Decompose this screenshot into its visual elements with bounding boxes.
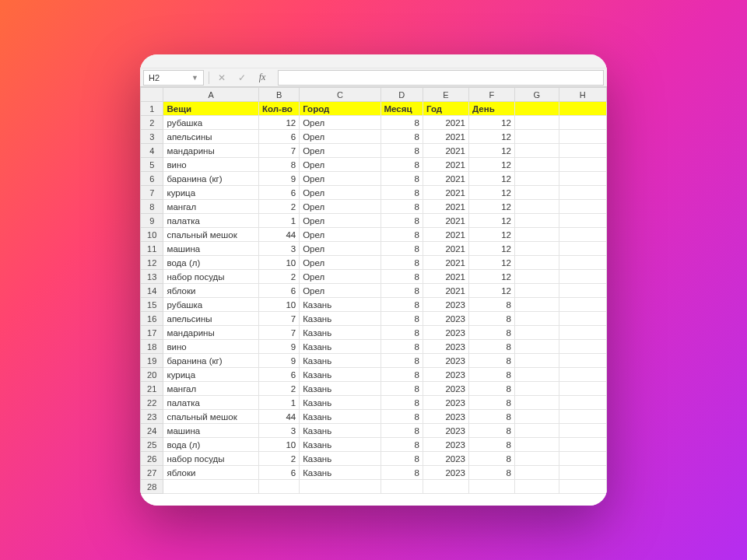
cell[interactable]: 8 [381, 340, 423, 354]
cell[interactable] [514, 438, 559, 452]
cell[interactable]: Орел [300, 144, 381, 158]
cell[interactable]: Казань [300, 298, 381, 312]
cell[interactable]: 2021 [423, 144, 468, 158]
cell[interactable]: 8 [381, 242, 423, 256]
cell[interactable] [514, 130, 559, 144]
header-cell[interactable]: Город [300, 102, 381, 116]
cell[interactable] [514, 396, 559, 410]
cell[interactable]: 10 [259, 438, 300, 452]
cell[interactable]: 12 [468, 256, 514, 270]
cell[interactable]: Казань [300, 396, 381, 410]
cell[interactable]: 6 [259, 368, 300, 382]
column-header-B[interactable]: B [259, 88, 300, 102]
cell[interactable]: набор посуды [163, 270, 259, 284]
cell[interactable]: 2023 [423, 382, 468, 396]
cell[interactable]: Орел [300, 130, 381, 144]
cell[interactable] [514, 340, 559, 354]
cell[interactable]: мандарины [163, 326, 259, 340]
cell[interactable]: набор посуды [163, 452, 259, 466]
cell[interactable]: 12 [468, 158, 514, 172]
row-header[interactable]: 22 [141, 396, 163, 410]
cell[interactable]: 8 [381, 228, 423, 242]
cell[interactable] [163, 480, 259, 494]
row-header[interactable]: 25 [141, 438, 163, 452]
cell[interactable]: Орел [300, 284, 381, 298]
formula-input[interactable] [278, 70, 604, 86]
cell[interactable]: 2021 [423, 284, 468, 298]
cell[interactable] [514, 452, 559, 466]
cell[interactable]: 8 [468, 452, 514, 466]
cell[interactable]: 2023 [423, 438, 468, 452]
row-header[interactable]: 11 [141, 242, 163, 256]
cell[interactable] [559, 466, 606, 480]
cell[interactable] [559, 284, 606, 298]
row-header[interactable]: 21 [141, 382, 163, 396]
header-cell[interactable] [514, 102, 559, 116]
cell[interactable]: 8 [381, 186, 423, 200]
cell[interactable]: 12 [468, 270, 514, 284]
cell[interactable]: 7 [259, 312, 300, 326]
cell[interactable]: 8 [381, 130, 423, 144]
row-header[interactable]: 5 [141, 158, 163, 172]
header-cell[interactable]: Вещи [163, 102, 259, 116]
cell[interactable] [514, 172, 559, 186]
cell[interactable]: 2021 [423, 130, 468, 144]
cell[interactable]: 8 [468, 382, 514, 396]
grid[interactable]: ABCDEFGH 1ВещиКол-воГородМесяцГодДень2ру… [140, 87, 607, 506]
cell[interactable]: 12 [468, 172, 514, 186]
cell[interactable]: апельсины [163, 130, 259, 144]
cell[interactable]: 3 [259, 242, 300, 256]
cell[interactable]: апельсины [163, 312, 259, 326]
cell[interactable]: 12 [259, 116, 300, 130]
cell[interactable] [514, 284, 559, 298]
cell[interactable]: Орел [300, 186, 381, 200]
cell[interactable] [259, 480, 300, 494]
cell[interactable]: 12 [468, 200, 514, 214]
cell[interactable] [514, 424, 559, 438]
row-header[interactable]: 8 [141, 200, 163, 214]
cell[interactable]: курица [163, 368, 259, 382]
cell[interactable]: 1 [259, 396, 300, 410]
cell[interactable]: 8 [468, 438, 514, 452]
cell[interactable] [514, 466, 559, 480]
cell[interactable] [559, 256, 606, 270]
cell[interactable] [514, 326, 559, 340]
cell[interactable]: 8 [468, 326, 514, 340]
cell[interactable] [514, 270, 559, 284]
column-header-A[interactable]: A [163, 88, 259, 102]
row-header[interactable]: 9 [141, 214, 163, 228]
cell[interactable]: 2023 [423, 298, 468, 312]
cell[interactable] [559, 116, 606, 130]
cell[interactable] [559, 480, 606, 494]
cell[interactable] [559, 186, 606, 200]
column-header-E[interactable]: E [423, 88, 468, 102]
cell[interactable]: Казань [300, 354, 381, 368]
cell[interactable]: 2023 [423, 354, 468, 368]
cell[interactable]: 12 [468, 130, 514, 144]
row-header[interactable]: 27 [141, 466, 163, 480]
cell[interactable] [514, 312, 559, 326]
cell[interactable] [468, 480, 514, 494]
cell[interactable]: Орел [300, 172, 381, 186]
cell[interactable]: 6 [259, 466, 300, 480]
cell[interactable]: 2021 [423, 172, 468, 186]
cell[interactable] [559, 368, 606, 382]
cell[interactable]: спальный мешок [163, 410, 259, 424]
cell[interactable]: 8 [468, 410, 514, 424]
cell[interactable] [559, 452, 606, 466]
row-header[interactable]: 19 [141, 354, 163, 368]
cell[interactable]: 2023 [423, 424, 468, 438]
cell[interactable]: Казань [300, 410, 381, 424]
cell[interactable]: 6 [259, 130, 300, 144]
cell[interactable]: 8 [468, 368, 514, 382]
cell[interactable]: 8 [468, 298, 514, 312]
header-cell[interactable] [559, 102, 606, 116]
cell[interactable]: 8 [381, 452, 423, 466]
cell[interactable]: 8 [259, 158, 300, 172]
cell[interactable]: 2021 [423, 270, 468, 284]
cell[interactable]: 8 [468, 354, 514, 368]
cell[interactable]: Орел [300, 228, 381, 242]
cell[interactable]: палатка [163, 396, 259, 410]
cell[interactable]: 2023 [423, 466, 468, 480]
row-header[interactable]: 6 [141, 172, 163, 186]
